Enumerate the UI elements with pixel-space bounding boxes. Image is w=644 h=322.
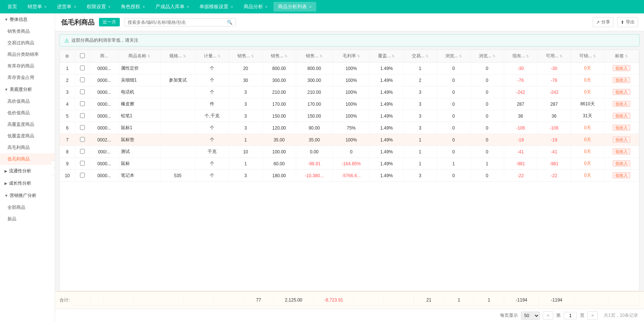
table-cell: [160, 98, 195, 110]
share-button[interactable]: ↗ 分享: [593, 17, 613, 27]
col-header-browse1[interactable]: 浏览...⇅: [437, 50, 470, 63]
col-header-current_stock[interactable]: 现有...⇅: [504, 50, 537, 63]
sidebar-item-新品[interactable]: 新品: [0, 213, 55, 225]
table-cell: 7: [60, 134, 75, 146]
col-header-unit[interactable]: 计量...⇅: [195, 50, 229, 63]
next-page-button[interactable]: ＞: [587, 311, 598, 320]
sidebar-section-label: 美观度分析: [10, 86, 32, 93]
col-header-code[interactable]: 商...: [90, 50, 118, 63]
table-cell: 0天: [571, 86, 604, 98]
col-header-sale_price[interactable]: 销售...⇅: [262, 50, 296, 63]
browse1-link[interactable]: 0: [452, 137, 455, 143]
nav-close-icon[interactable]: ×: [44, 4, 47, 9]
row-checkbox[interactable]: [80, 149, 85, 154]
row-checkbox[interactable]: [80, 137, 85, 142]
nav-item-商品分析[interactable]: 商品分析×: [239, 2, 272, 12]
sidebar-item-高价值商品[interactable]: 高价值商品: [0, 96, 55, 107]
table-cell: [160, 158, 195, 170]
nav-item-产成品入库单[interactable]: 产成品入库单×: [151, 2, 193, 12]
export-button[interactable]: ⬆ 导出: [617, 17, 638, 27]
nav-close-icon[interactable]: ×: [309, 4, 311, 9]
sidebar-item-库存资金占用[interactable]: 库存资金占用: [0, 72, 55, 83]
nav-item-首页[interactable]: 首页: [3, 2, 22, 12]
table-cell: 0: [437, 170, 470, 182]
sidebar-section-header-0[interactable]: ▼整体信息: [0, 13, 55, 26]
nav-item-商品分析列表[interactable]: 商品分析列表×: [273, 2, 316, 12]
row-checkbox[interactable]: [80, 125, 85, 130]
sidebar-section-header-1[interactable]: ▼美观度分析: [0, 83, 55, 96]
table-row: 20000...吴细细1参加复试个30300.00300.00100%1.49%…: [60, 74, 639, 86]
col-header-available[interactable]: 可用...⇅: [537, 50, 571, 63]
row-checkbox[interactable]: [80, 66, 85, 70]
browse1-link[interactable]: 0: [452, 90, 455, 95]
browse1-link[interactable]: 0: [452, 114, 455, 119]
browse1-link[interactable]: 0: [452, 149, 455, 154]
nav-item-进货单[interactable]: 进货单×: [52, 2, 80, 12]
nav-item-销货单[interactable]: 销货单×: [23, 2, 51, 12]
sidebar-item-低价值商品[interactable]: 低价值商品: [0, 107, 55, 119]
row-checkbox[interactable]: [80, 173, 85, 178]
col-header-checkbox: [75, 50, 90, 63]
nav-close-icon[interactable]: ×: [142, 4, 145, 9]
nav-close-icon[interactable]: ×: [187, 4, 189, 9]
col-header-gross_margin[interactable]: 毛利率⇅: [333, 50, 370, 63]
browse1-link[interactable]: 1: [452, 161, 455, 166]
nav-item-角色授权[interactable]: 角色授权×: [116, 2, 149, 12]
nav-close-icon[interactable]: ×: [231, 4, 233, 9]
table-cell: 300.00: [296, 74, 333, 86]
col-header-saleable_days[interactable]: 可销...⇅: [571, 50, 604, 63]
per-page-select[interactable]: 50 20 100: [521, 312, 540, 320]
browse1-link[interactable]: 0: [452, 173, 455, 178]
nav-item-权限设置[interactable]: 权限设置×: [82, 2, 115, 12]
sidebar-collapse-btn[interactable]: «: [52, 160, 55, 175]
table-cell: [75, 146, 90, 158]
sidebar-item-有库存的商品[interactable]: 有库存的商品: [0, 60, 55, 72]
sidebar-item-高覆盖度商品[interactable]: 高覆盖度商品: [0, 119, 55, 130]
table-cell: 个: [195, 74, 229, 86]
row-checkbox[interactable]: [80, 161, 85, 166]
sidebar-item-低毛利商品[interactable]: 低毛利商品: [0, 153, 55, 165]
sidebar-item-销售类商品[interactable]: 销售类商品: [0, 26, 55, 37]
select-all-checkbox[interactable]: [80, 53, 85, 58]
row-checkbox[interactable]: [80, 101, 85, 106]
row-checkbox[interactable]: [80, 89, 85, 94]
sidebar-section-header-4[interactable]: ▼营销推广分析: [0, 189, 55, 202]
browse1-link[interactable]: 0: [452, 66, 455, 71]
col-header-tag[interactable]: 标签⇅: [604, 50, 639, 63]
settings-icon[interactable]: ⚙: [65, 54, 69, 59]
col-header-trade[interactable]: 交易...⇅: [403, 50, 437, 63]
search-icon[interactable]: 🔍: [227, 20, 233, 25]
nav-close-icon[interactable]: ×: [108, 4, 110, 9]
browse1-link[interactable]: 0: [452, 125, 455, 131]
nav-item-单据模板设置[interactable]: 单据模板设置×: [195, 2, 237, 12]
nav-close-icon[interactable]: ×: [74, 4, 76, 9]
col-header-browse2[interactable]: 浏览...⇅: [470, 50, 504, 63]
sidebar-item-全部商品[interactable]: 全部商品: [0, 202, 55, 213]
row-checkbox[interactable]: [80, 113, 85, 118]
col-header-sale_qty[interactable]: 销售...⇅: [229, 50, 262, 63]
table-cell: 10: [229, 146, 262, 158]
browse1-link[interactable]: 0: [452, 102, 455, 107]
row-checkbox[interactable]: [80, 77, 85, 82]
sidebar-item-高毛利商品[interactable]: 高毛利商品: [0, 142, 55, 153]
col-header-name[interactable]: 商品名称⇅: [119, 50, 160, 63]
nav-close-icon[interactable]: ×: [265, 4, 267, 9]
col-header-sale_amount[interactable]: 销售...⇅: [296, 50, 333, 63]
page-title: 低毛利商品: [61, 18, 94, 27]
search-input[interactable]: [128, 20, 225, 25]
browse1-link[interactable]: 0: [452, 78, 455, 83]
sidebar-item-交易过的商品[interactable]: 交易过的商品: [0, 37, 55, 49]
table-cell: [160, 86, 195, 98]
sidebar-item-低覆盖度商品[interactable]: 低覆盖度商品: [0, 130, 55, 142]
date-filter-button[interactable]: 近一月: [99, 18, 120, 26]
col-header-coverage[interactable]: 覆盖...⇅: [370, 50, 403, 63]
sidebar-section-header-2[interactable]: ▶流通性分析: [0, 165, 55, 177]
page-number-input[interactable]: [564, 312, 577, 319]
sidebar-section-header-3[interactable]: ▶成长性分析: [0, 177, 55, 189]
table-cell: 100%: [333, 98, 370, 110]
sort-icon: ⇅: [526, 54, 529, 58]
sidebar-item-商品分类助销率[interactable]: 商品分类助销率: [0, 49, 55, 60]
table-cell: 0000...: [90, 86, 118, 98]
prev-page-button[interactable]: ＜: [543, 311, 553, 320]
col-header-spec[interactable]: 规格...⇅: [160, 50, 195, 63]
